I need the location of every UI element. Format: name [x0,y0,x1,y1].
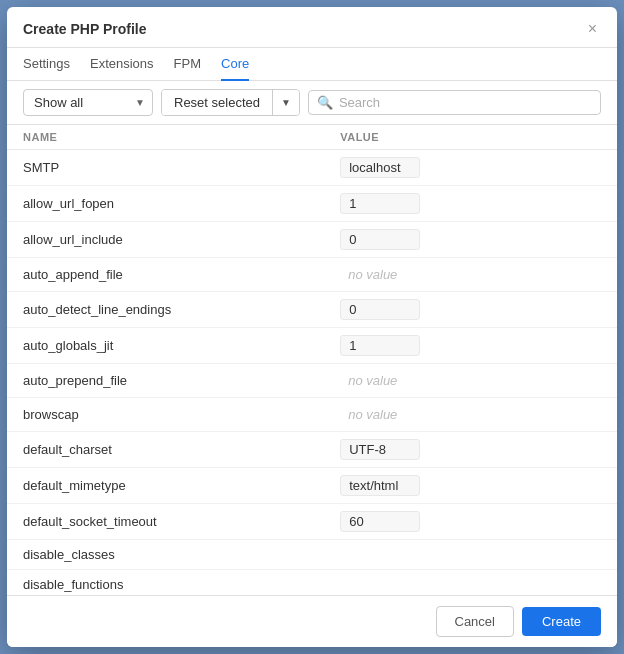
setting-name: browscap [7,398,324,432]
setting-value[interactable] [324,570,617,596]
table-row[interactable]: allow_url_include0 [7,222,617,258]
tab-settings[interactable]: Settings [23,48,70,81]
table-row[interactable]: SMTPlocalhost [7,150,617,186]
modal-footer: Cancel Create [7,595,617,647]
search-icon: 🔍 [317,95,333,110]
setting-value[interactable]: UTF-8 [324,432,617,468]
create-button[interactable]: Create [522,607,601,636]
col-name-header: Name [7,125,324,150]
tab-extensions[interactable]: Extensions [90,48,154,81]
setting-name: allow_url_include [7,222,324,258]
setting-name: auto_prepend_file [7,364,324,398]
close-button[interactable]: × [584,19,601,39]
table-row[interactable]: browscapno value [7,398,617,432]
setting-name: auto_append_file [7,258,324,292]
table-container: Name Value SMTPlocalhostallow_url_fopen1… [7,125,617,595]
setting-name: SMTP [7,150,324,186]
setting-name: disable_functions [7,570,324,596]
setting-value[interactable]: 1 [324,328,617,364]
setting-name: allow_url_fopen [7,186,324,222]
tab-fpm[interactable]: FPM [174,48,201,81]
settings-table: Name Value SMTPlocalhostallow_url_fopen1… [7,125,617,595]
show-all-select[interactable]: Show all [23,89,153,116]
table-row[interactable]: disable_classes [7,540,617,570]
setting-name: disable_classes [7,540,324,570]
col-value-header: Value [324,125,617,150]
table-row[interactable]: auto_globals_jit1 [7,328,617,364]
setting-name: default_mimetype [7,468,324,504]
search-input[interactable] [339,95,592,110]
table-row[interactable]: auto_append_fileno value [7,258,617,292]
setting-value[interactable]: 0 [324,292,617,328]
reset-selected-button[interactable]: Reset selected [162,90,273,115]
setting-name: default_charset [7,432,324,468]
reset-selected-dropdown-button[interactable]: ▼ [273,90,299,115]
create-php-profile-modal: Create PHP Profile × Settings Extensions… [7,7,617,647]
table-row[interactable]: default_mimetypetext/html [7,468,617,504]
search-wrapper: 🔍 [308,90,601,115]
setting-value[interactable]: localhost [324,150,617,186]
toolbar: Show all ▼ Reset selected ▼ 🔍 [7,81,617,125]
table-row[interactable]: allow_url_fopen1 [7,186,617,222]
setting-name: default_socket_timeout [7,504,324,540]
modal-title: Create PHP Profile [23,21,146,37]
table-row[interactable]: default_charsetUTF-8 [7,432,617,468]
modal-header: Create PHP Profile × [7,7,617,48]
table-row[interactable]: default_socket_timeout60 [7,504,617,540]
setting-value[interactable]: 1 [324,186,617,222]
setting-value[interactable]: text/html [324,468,617,504]
table-row[interactable]: auto_detect_line_endings0 [7,292,617,328]
setting-value[interactable]: 60 [324,504,617,540]
setting-value[interactable]: no value [324,398,617,432]
setting-value[interactable] [324,540,617,570]
reset-selected-group: Reset selected ▼ [161,89,300,116]
setting-value[interactable]: no value [324,364,617,398]
cancel-button[interactable]: Cancel [436,606,514,637]
setting-value[interactable]: 0 [324,222,617,258]
tab-bar: Settings Extensions FPM Core [7,48,617,81]
setting-name: auto_globals_jit [7,328,324,364]
show-all-wrapper: Show all ▼ [23,89,153,116]
setting-value[interactable]: no value [324,258,617,292]
table-row[interactable]: disable_functions [7,570,617,596]
table-row[interactable]: auto_prepend_fileno value [7,364,617,398]
setting-name: auto_detect_line_endings [7,292,324,328]
tab-core[interactable]: Core [221,48,249,81]
